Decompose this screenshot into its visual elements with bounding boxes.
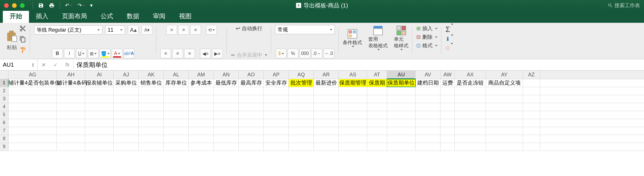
cell-AT2[interactable] [367,87,387,95]
cell-AW6[interactable] [441,119,455,127]
cell-AY2[interactable] [486,87,523,95]
cell-AV7[interactable] [416,127,441,135]
tab-审阅[interactable]: 审阅 [146,10,172,23]
cell-AG6[interactable] [9,119,57,127]
cell-AG4[interactable] [9,103,57,111]
cell-AW9[interactable] [441,143,455,151]
increase-indent-icon[interactable]: ▶≡ [212,49,223,58]
underline-button[interactable]: U [76,49,87,58]
autosum-icon[interactable]: Σ [445,25,453,34]
cell-AY3[interactable] [486,95,523,103]
paste-button[interactable]: 粘贴 [6,29,18,51]
cell-AV1[interactable]: 建档日期 [416,79,441,87]
cell-AJ7[interactable] [114,127,139,135]
cell-AR6[interactable] [314,119,339,127]
cell-AJ4[interactable] [114,103,139,111]
cell-AJ2[interactable] [114,87,139,95]
cell-AI3[interactable] [85,95,114,103]
formula-cancel-icon[interactable]: ✕ [38,62,49,68]
cell-AJ5[interactable] [114,111,139,119]
cell-AV5[interactable] [416,111,441,119]
cell-AI1[interactable]: 报表辅单位 [85,79,114,87]
increase-font-icon[interactable]: A▴ [128,25,139,35]
cell-AO1[interactable]: 最高库存 [239,79,264,87]
col-header-AV[interactable]: AV [416,71,441,79]
cell-AM4[interactable] [189,103,214,111]
cell-AT6[interactable] [367,119,387,127]
col-header-AH[interactable]: AH [57,71,85,79]
col-header-AQ[interactable]: AQ [289,71,314,79]
cell-AL4[interactable] [164,103,189,111]
tab-视图[interactable]: 视图 [172,10,198,23]
cell-AO9[interactable] [239,143,264,151]
col-header-AZ[interactable]: AZ [523,71,540,79]
cell-AZ5[interactable] [523,111,540,119]
col-header-AR[interactable]: AR [314,71,339,79]
border-button[interactable]: ⊞ [88,49,99,58]
cell-AL1[interactable]: 库存单位 [164,79,189,87]
cell-AZ8[interactable] [523,135,540,143]
cell-AS4[interactable] [339,103,367,111]
cell-AM1[interactable]: 参考成本 [189,79,214,87]
cell-AI2[interactable] [85,87,114,95]
insert-cells-button[interactable]: ⊞插入 [416,25,437,32]
cell-AU9[interactable] [387,143,416,151]
undo-icon[interactable]: ↶ [65,2,72,9]
cell-AN8[interactable] [214,135,239,143]
cell-AT4[interactable] [367,103,387,111]
italic-button[interactable]: I [64,49,75,58]
cell-AR1[interactable]: 最新进价 [314,79,339,87]
save-icon[interactable] [38,3,44,8]
align-top-icon[interactable]: ≡ [166,25,177,35]
cell-AZ7[interactable] [523,127,540,135]
cell-AH3[interactable] [57,95,85,103]
cell-AG1[interactable]: 辅计量4是否包装单位 [9,79,57,87]
cell-AT1[interactable]: 保质期 [367,79,387,87]
cell-AZ9[interactable] [523,143,540,151]
cell-AT3[interactable] [367,95,387,103]
cell-AY1[interactable]: 商品自定义项 [486,79,523,87]
cell-AS6[interactable] [339,119,367,127]
cell-AH9[interactable] [57,143,85,151]
cell-AX2[interactable] [455,87,486,95]
cell-AK8[interactable] [139,135,164,143]
cell-AK6[interactable] [139,119,164,127]
merge-center-button[interactable]: ⬌合并后居中 [231,52,267,58]
cell-AL3[interactable] [164,95,189,103]
cell-AO8[interactable] [239,135,264,143]
cell-AV3[interactable] [416,95,441,103]
cell-AN3[interactable] [214,95,239,103]
cell-AV8[interactable] [416,135,441,143]
cell-AZ3[interactable] [523,95,540,103]
cell-AY8[interactable] [486,135,523,143]
cell-AP1[interactable]: 安全库存 [264,79,289,87]
spreadsheet-grid[interactable]: AGAHAIAJAKALAMANAOAPAQARASATAUAVAWAXAYAZ… [0,71,644,151]
cell-AH6[interactable] [57,119,85,127]
cell-AY4[interactable] [486,103,523,111]
cell-AR2[interactable] [314,87,339,95]
cell-AW7[interactable] [441,127,455,135]
row-header-2[interactable]: 2 [0,87,9,95]
cell-AN1[interactable]: 最低库存 [214,79,239,87]
decrease-decimal-icon[interactable]: ←.0 [323,49,334,58]
cell-AT9[interactable] [367,143,387,151]
cell-AO2[interactable] [239,87,264,95]
bold-button[interactable]: B [52,49,63,58]
cell-AX6[interactable] [455,119,486,127]
cell-AN6[interactable] [214,119,239,127]
cell-AM8[interactable] [189,135,214,143]
cell-AQ4[interactable] [289,103,314,111]
col-header-AL[interactable]: AL [164,71,189,79]
cell-AS9[interactable] [339,143,367,151]
cell-AU7[interactable] [387,127,416,135]
search-box[interactable]: 搜索工作表 [608,2,640,9]
cell-AU3[interactable] [387,95,416,103]
cell-AH5[interactable] [57,111,85,119]
row-header-8[interactable]: 8 [0,135,9,143]
cell-AS2[interactable] [339,87,367,95]
namebox-spinner-icon[interactable]: ▲▼ [32,63,34,67]
cell-AY7[interactable] [486,127,523,135]
col-header-AT[interactable]: AT [367,71,387,79]
cell-AL8[interactable] [164,135,189,143]
cell-AO3[interactable] [239,95,264,103]
